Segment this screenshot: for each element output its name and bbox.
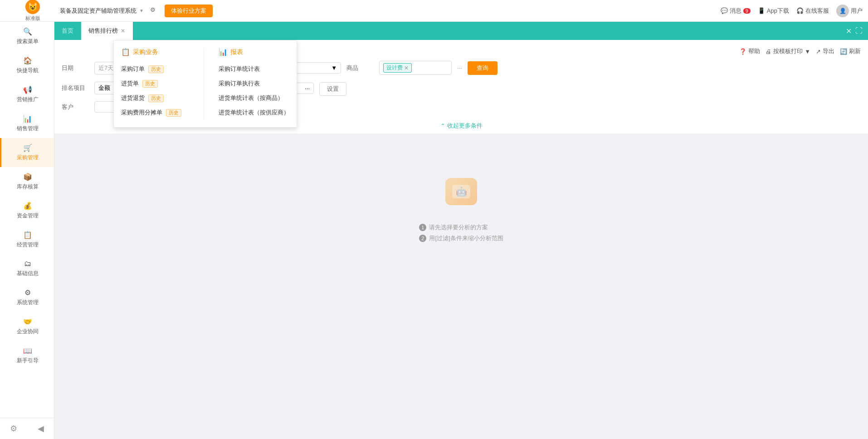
sidebar-item-label: 快捷导航 bbox=[17, 67, 39, 74]
collapse-button[interactable]: ⌃ 收起更多条件 bbox=[440, 122, 483, 130]
empty-tip-2-text: 用[过滤]条件来缩小分析范围 bbox=[429, 234, 503, 242]
sidebar-collapse-btn[interactable]: ◀ bbox=[38, 424, 44, 434]
settings-icon[interactable]: ⚙ bbox=[150, 6, 159, 15]
sidebar-item-operations[interactable]: 📋 经营管理 bbox=[0, 225, 54, 254]
menu-item-purchase-order[interactable]: 采购订单 历史 bbox=[121, 62, 189, 76]
content-area: 首页 销售排行榜 ✕ ✕ ⛶ ❓ 帮助 bbox=[54, 22, 868, 439]
incoming-stat-supplier-label: 进货单统计表（按供应商） bbox=[219, 109, 289, 117]
goods-tag-remove[interactable]: ✕ bbox=[404, 65, 409, 71]
main-layout: 🔍 搜索菜单 🏠 快捷导航 📢 营销推广 📊 销售管理 🛒 采购管理 📦 库存核… bbox=[0, 22, 868, 439]
salesman-dots[interactable]: ··· bbox=[305, 85, 310, 92]
user-label: 用户 bbox=[851, 7, 863, 15]
goods-filter-input[interactable]: 设计费 ✕ bbox=[379, 61, 452, 75]
funds-icon: 💰 bbox=[23, 202, 32, 210]
menu-item-incoming-stat-supplier[interactable]: 进货单统计表（按供应商） bbox=[219, 105, 289, 120]
menu-item-purchase-order-stat[interactable]: 采购订单统计表 bbox=[219, 62, 289, 76]
sidebar-item-guide[interactable]: 📖 新手引导 bbox=[0, 341, 54, 370]
status-arrow: ▼ bbox=[331, 64, 337, 71]
incoming-label: 进货单 bbox=[121, 79, 139, 88]
system-icon: ⚙ bbox=[24, 288, 31, 297]
headset-icon: 🎧 bbox=[796, 7, 804, 14]
home-icon: 🏠 bbox=[23, 56, 32, 65]
sidebar-item-system[interactable]: ⚙ 系统管理 bbox=[0, 283, 54, 312]
dropdown-menu[interactable]: 📋 采购业务 采购订单 历史 进货单 历史 进货退货 历史 bbox=[113, 40, 297, 128]
report-section-title: 📊 报表 bbox=[219, 48, 289, 56]
tab-home[interactable]: 首页 bbox=[54, 22, 81, 40]
print-btn[interactable]: 🖨 按模板打印 ▼ bbox=[766, 47, 810, 55]
refresh-btn[interactable]: 🔄 刷新 bbox=[840, 47, 861, 55]
expense-label: 采购费用分摊单 bbox=[121, 109, 162, 117]
sales-icon: 📊 bbox=[23, 114, 32, 123]
search-icon: 🔍 bbox=[23, 27, 32, 36]
sidebar-item-label: 销售管理 bbox=[17, 125, 39, 133]
tab-bar: 首页 销售排行榜 ✕ ✕ ⛶ bbox=[54, 22, 868, 40]
guide-icon: 📖 bbox=[23, 346, 32, 355]
tab-close-all-icon[interactable]: ✕ bbox=[846, 27, 852, 35]
menu-item-incoming[interactable]: 进货单 历史 bbox=[121, 76, 189, 91]
sidebar-item-label: 系统管理 bbox=[17, 299, 39, 306]
expense-history: 历史 bbox=[166, 109, 181, 117]
logo-subtitle: 标准版 bbox=[25, 15, 40, 22]
rank-filter-label: 排名项目 bbox=[62, 84, 89, 92]
help-icon: ❓ bbox=[739, 48, 746, 55]
system-title-arrow[interactable]: ▼ bbox=[139, 8, 144, 13]
sidebar-item-quick-nav[interactable]: 🏠 快捷导航 bbox=[0, 51, 54, 80]
tab-maximize-icon[interactable]: ⛶ bbox=[855, 27, 863, 35]
app-download-label: App下载 bbox=[767, 7, 789, 15]
tab-sales-rank[interactable]: 销售排行榜 ✕ bbox=[81, 22, 133, 40]
menu-item-expense[interactable]: 采购费用分摊单 历史 bbox=[121, 105, 189, 120]
tab-close-icon[interactable]: ✕ bbox=[121, 28, 125, 34]
sidebar-item-search-menu[interactable]: 🔍 搜索菜单 bbox=[0, 22, 54, 51]
basic-info-icon: 🗂 bbox=[24, 260, 31, 268]
menu-divider bbox=[204, 48, 204, 120]
sidebar-item-purchase[interactable]: 🛒 采购管理 bbox=[0, 138, 54, 167]
collapse-up-icon: ⌃ bbox=[440, 123, 445, 129]
purchase-order-label: 采购订单 bbox=[121, 65, 145, 73]
sidebar-item-enterprise[interactable]: 🤝 企业协同 bbox=[0, 312, 54, 341]
print-arrow[interactable]: ▼ bbox=[805, 48, 810, 55]
tab-actions: ✕ ⛶ bbox=[840, 27, 868, 35]
goods-filter-label: 商品 bbox=[346, 64, 374, 72]
sidebar-item-inventory[interactable]: 📦 库存核算 bbox=[0, 167, 54, 196]
tab-home-label: 首页 bbox=[62, 27, 73, 35]
logo-icon: 😺 bbox=[25, 0, 40, 14]
sidebar-settings-btn[interactable]: ⚙ bbox=[10, 424, 17, 434]
industry-button[interactable]: 体验行业方案 bbox=[165, 5, 213, 17]
user-item[interactable]: 👤 用户 bbox=[836, 5, 863, 17]
query-button[interactable]: 查询 bbox=[468, 61, 497, 75]
export-icon: ↗ bbox=[816, 48, 821, 55]
set-button[interactable]: 设置 bbox=[319, 82, 346, 96]
sidebar-item-sales[interactable]: 📊 销售管理 bbox=[0, 109, 54, 138]
goods-more-btn[interactable]: ··· bbox=[457, 64, 462, 71]
sidebar-item-basic-info[interactable]: 🗂 基础信息 bbox=[0, 254, 54, 283]
message-badge: 9 bbox=[743, 8, 751, 14]
goods-tag[interactable]: 设计费 ✕ bbox=[383, 63, 412, 73]
purchase-order-stat-label: 采购订单统计表 bbox=[219, 65, 260, 73]
empty-state: 🤖 1 请先选择要分析的方案 2 用[过滤]条件来缩小分析范围 bbox=[54, 137, 868, 281]
sidebar-item-label: 基础信息 bbox=[17, 270, 39, 277]
date-filter-label: 日期 bbox=[62, 64, 89, 72]
empty-tip-1: 1 请先选择要分析的方案 bbox=[419, 223, 503, 232]
date-value: 近7天 bbox=[98, 64, 113, 72]
message-item[interactable]: 💬 消息 9 bbox=[721, 7, 751, 15]
purchase-order-exec-label: 采购订单执行表 bbox=[219, 79, 260, 88]
help-btn[interactable]: ❓ 帮助 bbox=[739, 47, 760, 55]
empty-illustration: 🤖 bbox=[439, 173, 484, 214]
online-service-item[interactable]: 🎧 在线客服 bbox=[796, 7, 829, 15]
refresh-icon: 🔄 bbox=[840, 48, 847, 55]
menu-item-incoming-stat-goods[interactable]: 进货单统计表（按商品） bbox=[219, 91, 289, 105]
menu-item-purchase-order-exec[interactable]: 采购订单执行表 bbox=[219, 76, 289, 91]
purchase-section-icon: 📋 bbox=[121, 48, 130, 56]
online-service-label: 在线客服 bbox=[805, 7, 829, 15]
message-icon: 💬 bbox=[721, 7, 728, 14]
refresh-label: 刷新 bbox=[849, 47, 861, 55]
export-btn[interactable]: ↗ 导出 bbox=[816, 47, 834, 55]
sidebar-item-marketing[interactable]: 📢 营销推广 bbox=[0, 80, 54, 109]
avatar-icon: 👤 bbox=[839, 8, 846, 14]
message-label: 消息 bbox=[730, 7, 741, 15]
empty-tip-1-text: 请先选择要分析的方案 bbox=[429, 223, 488, 232]
menu-item-return[interactable]: 进货退货 历史 bbox=[121, 91, 189, 105]
sidebar: 🔍 搜索菜单 🏠 快捷导航 📢 营销推广 📊 销售管理 🛒 采购管理 📦 库存核… bbox=[0, 22, 54, 439]
app-download-item[interactable]: 📱 App下载 bbox=[758, 7, 789, 15]
sidebar-item-funds[interactable]: 💰 资金管理 bbox=[0, 196, 54, 225]
